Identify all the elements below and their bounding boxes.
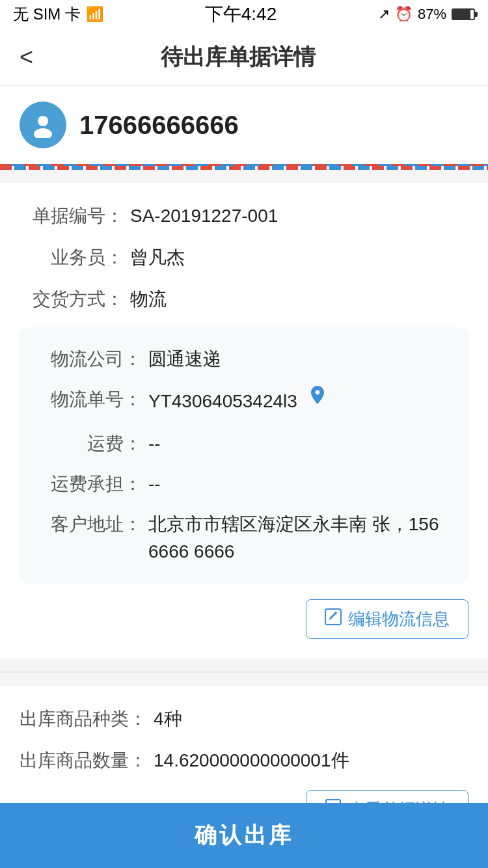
- customer-header: 17666666666: [0, 86, 488, 166]
- freight-row: 运费： --: [38, 430, 450, 457]
- edit-logistics-label: 编辑物流信息: [348, 608, 450, 631]
- avatar: [20, 102, 66, 148]
- status-time: 下午4:42: [205, 2, 277, 27]
- goods-quantity-row: 出库商品数量： 14.620000000000001件: [20, 747, 468, 774]
- delivery-method-label: 交货方式：: [20, 286, 124, 313]
- logistics-tracking-value: YT43064053424l3: [142, 386, 450, 417]
- confirm-bar[interactable]: 确认出库: [0, 803, 488, 868]
- freight-bearer-label: 运费承担：: [38, 470, 142, 498]
- logistics-tracking-row: 物流单号： YT43064053424l3: [38, 386, 450, 417]
- dashed-separator: [0, 166, 488, 170]
- address-label: 客户地址：: [38, 511, 142, 538]
- customer-phone: 17666666666: [79, 111, 239, 140]
- section-divider: [0, 671, 488, 673]
- battery-text: 87%: [418, 6, 446, 23]
- svg-point-0: [38, 116, 48, 126]
- sales-person-value: 曾凡杰: [124, 244, 468, 271]
- svg-point-1: [34, 128, 52, 138]
- logistics-company-label: 物流公司：: [38, 346, 142, 373]
- goods-type-label: 出库商品种类：: [20, 705, 147, 733]
- battery-icon: [452, 8, 475, 20]
- goods-type-value: 4种: [147, 705, 468, 733]
- wifi-icon: 📶: [86, 6, 103, 23]
- carrier-text: 无 SIM 卡: [13, 4, 81, 25]
- basic-info-section: 单据编号： SA-20191227-001 业务员： 曾凡杰 交货方式： 物流 …: [0, 183, 488, 658]
- logistics-card: 物流公司： 圆通速递 物流单号： YT43064053424l3 运费： --: [20, 327, 468, 584]
- status-bar: 无 SIM 卡 📶 下午4:42 ↗ ⏰ 87%: [0, 0, 488, 29]
- goods-quantity-label: 出库商品数量：: [20, 747, 147, 774]
- location-status-icon: ↗: [378, 6, 390, 23]
- document-number-label: 单据编号：: [20, 202, 124, 230]
- person-icon: [30, 112, 56, 138]
- page-title: 待出库单据详情: [46, 42, 429, 72]
- back-button[interactable]: <: [20, 37, 46, 77]
- logistics-company-value: 圆通速递: [142, 346, 450, 373]
- status-right: ↗ ⏰ 87%: [378, 6, 475, 23]
- status-left: 无 SIM 卡 📶: [13, 4, 103, 25]
- edit-logistics-button[interactable]: 编辑物流信息: [306, 599, 468, 639]
- address-row: 客户地址： 北京市市辖区海淀区永丰南 张，156 6666 6666: [38, 511, 450, 565]
- freight-value: --: [142, 430, 450, 457]
- edit-icon: [325, 608, 342, 630]
- freight-label: 运费：: [38, 430, 142, 457]
- delivery-method-row: 交货方式： 物流: [20, 286, 468, 313]
- tracking-number: YT43064053424l3: [148, 388, 297, 415]
- sales-person-row: 业务员： 曾凡杰: [20, 244, 468, 271]
- freight-bearer-row: 运费承担： --: [38, 470, 450, 498]
- logistics-tracking-label: 物流单号：: [38, 386, 142, 413]
- document-number-value: SA-20191227-001: [124, 202, 468, 230]
- delivery-method-value: 物流: [124, 286, 468, 313]
- goods-quantity-value: 14.620000000000001件: [147, 747, 468, 774]
- nav-bar: < 待出库单据详情: [0, 29, 488, 86]
- sales-person-label: 业务员：: [20, 244, 124, 271]
- logistics-company-row: 物流公司： 圆通速递: [38, 346, 450, 373]
- location-icon[interactable]: [308, 386, 327, 417]
- confirm-button-label: 确认出库: [195, 821, 293, 850]
- freight-bearer-value: --: [142, 470, 450, 498]
- address-value: 北京市市辖区海淀区永丰南 张，156 6666 6666: [142, 511, 450, 565]
- document-number-row: 单据编号： SA-20191227-001: [20, 202, 468, 230]
- goods-type-row: 出库商品种类： 4种: [20, 705, 468, 733]
- alarm-icon: ⏰: [395, 6, 413, 23]
- edit-logistics-area: 编辑物流信息: [20, 599, 468, 639]
